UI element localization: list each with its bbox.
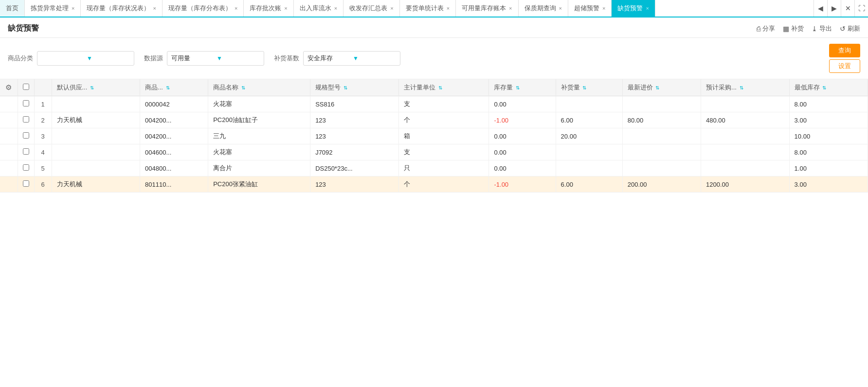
- row-gear-5: [0, 176, 18, 193]
- row-est-purchase-3: [701, 144, 790, 160]
- category-label: 商品分类: [8, 54, 33, 63]
- col-price-label: 最新进价: [628, 84, 653, 91]
- col-sku-header[interactable]: 商品... ⇅: [140, 79, 208, 96]
- row-supplier-1: 力天机械: [52, 112, 140, 128]
- datasource-select[interactable]: 可用量 ▼: [167, 51, 264, 66]
- col-min-stock-header[interactable]: 最低库存 ⇅: [789, 79, 868, 96]
- row-num-4: 5: [34, 160, 52, 176]
- replenish-button[interactable]: ▦ 补货: [783, 24, 804, 33]
- row-checkbox-3[interactable]: [23, 148, 29, 155]
- row-checkbox-cell-5: [18, 176, 34, 193]
- row-checkbox-0[interactable]: [23, 100, 29, 106]
- col-unit-header[interactable]: 主计量单位 ⇅: [398, 79, 489, 96]
- settings-button[interactable]: 设置: [829, 59, 860, 73]
- row-checkbox-cell-1: [18, 112, 34, 128]
- tab-collect-close[interactable]: ×: [390, 5, 393, 11]
- row-est-purchase-5: 1200.00: [701, 176, 790, 193]
- row-checkbox-1[interactable]: [23, 116, 29, 123]
- tab-expiry-close[interactable]: ×: [559, 5, 562, 11]
- refresh-button[interactable]: ↺ 刷新: [840, 24, 860, 33]
- tab-next-button[interactable]: ▶: [827, 0, 841, 17]
- row-spec-1: 123: [310, 112, 399, 128]
- tab-fullscreen-button[interactable]: ⛶: [854, 0, 868, 17]
- row-min-stock-2: 10.00: [789, 128, 868, 144]
- tab-shortage[interactable]: 缺货预警 ×: [612, 0, 655, 17]
- tab-inventory-status[interactable]: 现存量（库存状况表） ×: [81, 0, 162, 17]
- row-checkbox-4[interactable]: [23, 164, 29, 171]
- datasource-filter-group: 数据源 可用量 ▼: [144, 51, 264, 66]
- tab-collect-summary[interactable]: 收发存汇总表 ×: [344, 0, 399, 17]
- table-row: 2 力天机械 004200... PC200油缸缸子 123 个 -1.00 6…: [0, 112, 868, 128]
- row-unit-2: 箱: [398, 128, 489, 144]
- row-checkbox-2[interactable]: [23, 132, 29, 139]
- col-price-header[interactable]: 最新进价 ⇅: [622, 79, 701, 96]
- row-name-5: PC200张紧油缸: [208, 176, 310, 193]
- tab-batch-account[interactable]: 库存批次账 ×: [244, 0, 293, 17]
- export-button[interactable]: ⤓ 导出: [812, 24, 832, 33]
- tab-inout-flow[interactable]: 出入库流水 ×: [294, 0, 344, 17]
- row-est-purchase-4: [701, 160, 790, 176]
- tab-exception-close[interactable]: ×: [72, 5, 74, 11]
- row-stock-1: -1.00: [489, 112, 556, 128]
- page-title: 缺货预警: [8, 23, 757, 34]
- gear-icon[interactable]: ⚙: [5, 83, 12, 91]
- col-unit-label: 主计量单位: [404, 84, 435, 91]
- col-replenish-header[interactable]: 补货量 ⇅: [556, 79, 622, 96]
- tab-inout-close[interactable]: ×: [334, 5, 337, 11]
- row-replenish-4: [556, 160, 622, 176]
- row-sku-2: 004200...: [140, 128, 208, 144]
- tab-prev-button[interactable]: ◀: [814, 0, 827, 17]
- row-spec-4: DS250*23c...: [310, 160, 399, 176]
- row-name-2: 三九: [208, 128, 310, 144]
- row-sku-5: 801110...: [140, 176, 208, 193]
- col-supplier-header[interactable]: 默认供应... ⇅: [52, 79, 140, 96]
- row-replenish-5: 6.00: [556, 176, 622, 193]
- row-est-purchase-2: [701, 128, 790, 144]
- col-name-header[interactable]: 商品名称 ⇅: [208, 79, 310, 96]
- row-checkbox-cell-4: [18, 160, 34, 176]
- col-num-header: [34, 79, 52, 96]
- row-sku-0: 0000042: [140, 96, 208, 112]
- row-price-5: 200.00: [622, 176, 701, 193]
- sort-supplier-icon: ⇅: [90, 85, 94, 90]
- tab-expiry-query[interactable]: 保质期查询 ×: [519, 0, 568, 17]
- share-button[interactable]: ⎙ 分享: [757, 24, 775, 33]
- col-spec-header[interactable]: 规格型号 ⇅: [310, 79, 399, 96]
- row-name-0: 火花塞: [208, 96, 310, 112]
- select-all-checkbox[interactable]: [23, 84, 29, 90]
- tab-inventory-dist-close[interactable]: ×: [235, 5, 237, 11]
- tab-close-window-button[interactable]: ✕: [841, 0, 854, 17]
- col-stock-header[interactable]: 库存量 ⇅: [489, 79, 556, 96]
- tab-available-close[interactable]: ×: [509, 5, 512, 11]
- replenish-icon: ▦: [783, 25, 789, 33]
- sort-spec-icon: ⇅: [344, 85, 347, 90]
- tab-inventory-dist[interactable]: 现存量（库存分布表） ×: [163, 0, 244, 17]
- row-stock-2: 0.00: [489, 128, 556, 144]
- row-spec-2: 123: [310, 128, 399, 144]
- row-checkbox-cell-0: [18, 96, 34, 112]
- row-unit-4: 只: [398, 160, 489, 176]
- row-checkbox-5[interactable]: [23, 180, 29, 187]
- table-row: 1 0000042 火花塞 SS816 支 0.00 8.00: [0, 96, 868, 112]
- tab-overstock-close[interactable]: ×: [602, 5, 605, 11]
- tab-bar: 首页 拣货异常处理 × 现存量（库存状况表） × 现存量（库存分布表） × 库存…: [0, 0, 868, 18]
- sort-price-icon: ⇅: [655, 85, 659, 90]
- tab-batch-close[interactable]: ×: [284, 5, 287, 11]
- row-checkbox-cell-3: [18, 144, 34, 160]
- sort-stock-icon: ⇅: [516, 85, 520, 90]
- tab-home[interactable]: 首页: [0, 0, 25, 17]
- query-button[interactable]: 查询: [829, 44, 860, 57]
- tab-exception[interactable]: 拣货异常处理 ×: [25, 0, 81, 17]
- col-est-purchase-header[interactable]: 预计采购... ⇅: [701, 79, 790, 96]
- replenish-base-select[interactable]: 安全库存 ▼: [303, 51, 400, 66]
- tab-demand-stat[interactable]: 要货单统计表 ×: [400, 0, 456, 17]
- tab-available-ledger[interactable]: 可用量库存账本 ×: [456, 0, 518, 17]
- tab-shortage-close[interactable]: ×: [646, 5, 649, 11]
- row-min-stock-1: 3.00: [789, 112, 868, 128]
- row-supplier-0: [52, 96, 140, 112]
- tab-inventory-status-close[interactable]: ×: [153, 5, 156, 11]
- tab-overstock[interactable]: 超储预警 ×: [568, 0, 612, 17]
- row-min-stock-0: 8.00: [789, 96, 868, 112]
- tab-demand-close[interactable]: ×: [447, 5, 450, 11]
- category-select[interactable]: ▼: [37, 51, 134, 66]
